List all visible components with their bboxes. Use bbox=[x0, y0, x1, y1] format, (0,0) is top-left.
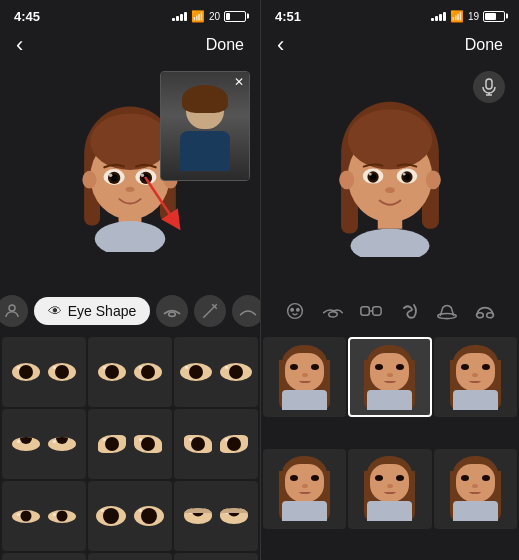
left-time: 4:45 bbox=[14, 9, 40, 24]
signal-icon bbox=[172, 11, 187, 21]
svg-point-8 bbox=[82, 170, 96, 188]
svg-point-53 bbox=[477, 313, 484, 318]
cam-head bbox=[186, 89, 224, 129]
eye-shape-pill[interactable]: 👁 Eye Shape bbox=[34, 297, 151, 325]
right-time: 4:51 bbox=[275, 9, 301, 24]
glasses-icon-button[interactable] bbox=[356, 296, 386, 326]
left-top-nav: ‹ Done bbox=[0, 28, 260, 66]
eye-option-8[interactable] bbox=[88, 481, 172, 551]
eye-option-6[interactable] bbox=[174, 409, 258, 479]
eye-option-11[interactable] bbox=[88, 553, 172, 560]
eyebrows-icon-button[interactable] bbox=[318, 296, 348, 326]
right-signal-icon bbox=[431, 11, 446, 21]
eye-option-4[interactable] bbox=[2, 409, 86, 479]
face-variant-5[interactable] bbox=[348, 449, 431, 529]
face-variant-3[interactable] bbox=[434, 337, 517, 417]
camera-close-button[interactable]: ✕ bbox=[234, 75, 244, 89]
eye-option-5[interactable] bbox=[88, 409, 172, 479]
face-thumb-3 bbox=[448, 345, 503, 410]
eye-option-10[interactable] bbox=[2, 553, 86, 560]
svg-point-19 bbox=[9, 305, 15, 311]
svg-point-34 bbox=[339, 170, 354, 189]
face-variant-2-selected[interactable] bbox=[348, 337, 431, 417]
face-thumb-6 bbox=[448, 456, 503, 521]
svg-point-35 bbox=[426, 170, 441, 189]
face-variant-1[interactable] bbox=[263, 337, 346, 417]
ears-icon-button[interactable] bbox=[394, 296, 424, 326]
battery-icon bbox=[224, 11, 246, 22]
svg-point-47 bbox=[297, 309, 299, 311]
right-avatar-area bbox=[261, 66, 519, 287]
right-status-icons: 📶 19 bbox=[431, 10, 505, 23]
svg-point-43 bbox=[403, 172, 406, 175]
svg-point-42 bbox=[369, 172, 372, 175]
mic-button[interactable] bbox=[473, 71, 505, 103]
right-memoji-avatar bbox=[310, 97, 470, 257]
left-status-icons: 📶 20 bbox=[172, 10, 246, 23]
face-thumb-5 bbox=[362, 456, 417, 521]
left-toolbar: 👁 Eye Shape bbox=[0, 287, 260, 335]
left-back-button[interactable]: ‹ bbox=[16, 32, 23, 58]
face-variant-grid bbox=[261, 335, 519, 560]
face-variant-6[interactable] bbox=[434, 449, 517, 529]
right-done-button[interactable]: Done bbox=[465, 36, 503, 54]
svg-point-16 bbox=[109, 173, 113, 177]
person-icon-button[interactable] bbox=[0, 295, 28, 327]
right-toolbar bbox=[261, 287, 519, 335]
accessories-icon-button[interactable] bbox=[470, 296, 500, 326]
svg-point-44 bbox=[385, 187, 394, 193]
svg-point-54 bbox=[487, 313, 494, 318]
right-status-bar: 4:51 📶 19 bbox=[261, 0, 519, 28]
right-battery-icon bbox=[483, 11, 505, 22]
face-thumb-4 bbox=[277, 456, 332, 521]
svg-point-7 bbox=[90, 113, 169, 169]
svg-rect-24 bbox=[486, 79, 492, 89]
svg-point-46 bbox=[291, 309, 293, 311]
wand-icon-button[interactable] bbox=[194, 295, 226, 327]
left-panel: 4:45 📶 20 ‹ Done ✕ bbox=[0, 0, 260, 560]
svg-rect-49 bbox=[361, 307, 369, 315]
cam-hair bbox=[182, 85, 228, 113]
hat-icon-button[interactable] bbox=[432, 296, 462, 326]
battery-label: 20 bbox=[209, 11, 220, 22]
left-avatar-area: ✕ bbox=[0, 66, 260, 287]
left-status-bar: 4:45 📶 20 bbox=[0, 0, 260, 28]
right-panel: 4:51 📶 19 ‹ Done bbox=[260, 0, 519, 560]
eye-option-3[interactable] bbox=[174, 337, 258, 407]
right-back-button[interactable]: ‹ bbox=[277, 32, 284, 58]
left-done-button[interactable]: Done bbox=[206, 36, 244, 54]
svg-rect-50 bbox=[373, 307, 381, 315]
cam-body bbox=[180, 131, 230, 171]
face-thumb-2 bbox=[362, 345, 417, 410]
svg-point-45 bbox=[288, 304, 303, 319]
eye-icon: 👁 bbox=[48, 303, 62, 319]
eye-shape-grid bbox=[0, 335, 260, 560]
svg-point-33 bbox=[348, 109, 433, 169]
svg-point-5 bbox=[95, 221, 166, 252]
svg-point-18 bbox=[126, 186, 135, 191]
svg-point-20 bbox=[169, 312, 176, 316]
right-battery-label: 19 bbox=[468, 11, 479, 22]
eye-option-12[interactable] bbox=[174, 553, 258, 560]
svg-line-21 bbox=[204, 309, 213, 318]
svg-point-48 bbox=[329, 312, 337, 317]
face-variant-4[interactable] bbox=[263, 449, 346, 529]
svg-point-17 bbox=[141, 173, 145, 177]
face-outline-icon-button[interactable] bbox=[280, 296, 310, 326]
eye-option-2[interactable] bbox=[88, 337, 172, 407]
face-thumb-1 bbox=[277, 345, 332, 410]
eye-option-1[interactable] bbox=[2, 337, 86, 407]
eyebrow-icon-button[interactable] bbox=[156, 295, 188, 327]
wifi-icon: 📶 bbox=[191, 10, 205, 23]
right-wifi-icon: 📶 bbox=[450, 10, 464, 23]
right-top-nav: ‹ Done bbox=[261, 28, 519, 66]
eye-option-7[interactable] bbox=[2, 481, 86, 551]
eye-shape-label: Eye Shape bbox=[68, 303, 137, 319]
eye-option-9[interactable] bbox=[174, 481, 258, 551]
camera-person bbox=[175, 81, 235, 171]
svg-point-31 bbox=[350, 228, 429, 256]
camera-overlay: ✕ bbox=[160, 71, 250, 181]
